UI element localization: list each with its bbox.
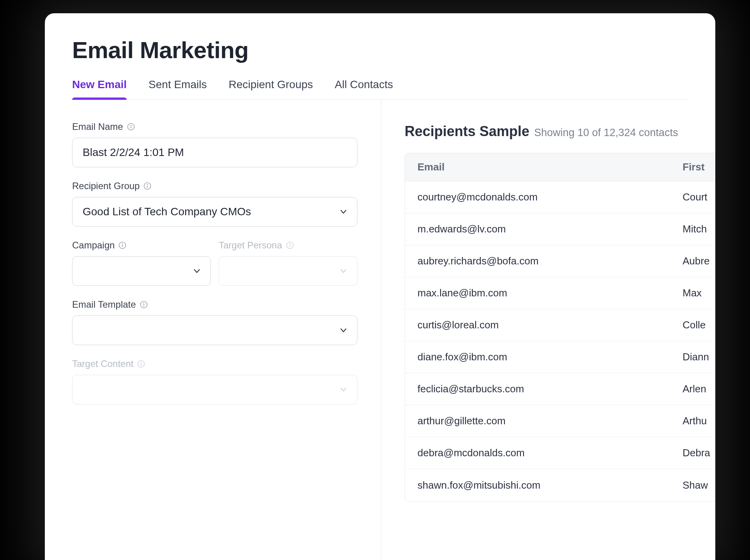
svg-point-4 bbox=[147, 184, 148, 185]
col-header-first[interactable]: First bbox=[670, 161, 715, 173]
recipient-group-label: Recipient Group bbox=[72, 181, 140, 191]
recipients-title: Recipients Sample bbox=[405, 123, 529, 140]
svg-rect-14 bbox=[143, 304, 144, 307]
field-campaign: Campaign bbox=[72, 240, 211, 286]
cell-first: Max bbox=[670, 287, 715, 299]
table-row[interactable]: max.lane@ibm.com Max bbox=[405, 277, 715, 309]
cell-email: diane.fox@ibm.com bbox=[405, 351, 670, 363]
svg-rect-8 bbox=[122, 245, 123, 247]
svg-point-1 bbox=[131, 125, 131, 126]
table-header: Email First bbox=[405, 153, 715, 181]
chevron-down-icon bbox=[339, 207, 348, 216]
target-content-select bbox=[72, 375, 357, 404]
recipients-table: Email First courtney@mcdonalds.com Court… bbox=[405, 153, 715, 502]
svg-rect-17 bbox=[141, 363, 142, 366]
tab-recipient-groups[interactable]: Recipient Groups bbox=[228, 78, 313, 99]
cell-first: Shaw bbox=[670, 479, 715, 491]
tab-all-contacts[interactable]: All Contacts bbox=[335, 78, 393, 99]
email-template-label: Email Template bbox=[72, 299, 136, 310]
table-row[interactable]: m.edwards@lv.com Mitch bbox=[405, 213, 715, 245]
svg-rect-2 bbox=[131, 126, 131, 129]
recipients-pane: Recipients Sample Showing 10 of 12,324 c… bbox=[381, 100, 715, 560]
table-row[interactable]: aubrey.richards@bofa.com Aubre bbox=[405, 245, 715, 277]
info-icon[interactable] bbox=[140, 301, 148, 308]
tabs: New Email Sent Emails Recipient Groups A… bbox=[72, 78, 688, 100]
table-row[interactable]: diane.fox@ibm.com Diann bbox=[405, 341, 715, 373]
cell-first: Court bbox=[670, 191, 715, 203]
cell-first: Arthu bbox=[670, 415, 715, 427]
svg-rect-11 bbox=[290, 245, 290, 247]
cell-first: Arlen bbox=[670, 383, 715, 395]
svg-point-13 bbox=[143, 303, 144, 303]
cell-email: courtney@mcdonalds.com bbox=[405, 191, 670, 203]
table-row[interactable]: courtney@mcdonalds.com Court bbox=[405, 181, 715, 213]
info-icon bbox=[137, 360, 145, 368]
svg-point-10 bbox=[290, 243, 290, 244]
tab-sent-emails[interactable]: Sent Emails bbox=[149, 78, 207, 99]
field-target-persona: Target Persona bbox=[219, 240, 357, 286]
form-pane: Email Name Recipient Group bbox=[72, 100, 381, 560]
chevron-down-icon bbox=[339, 326, 348, 335]
col-header-email[interactable]: Email bbox=[405, 161, 670, 173]
field-email-name: Email Name bbox=[72, 121, 357, 167]
field-target-content: Target Content bbox=[72, 358, 357, 404]
field-recipient-group: Recipient Group Good List of Tech Compan… bbox=[72, 181, 357, 227]
email-template-select[interactable] bbox=[72, 315, 357, 345]
cell-first: Aubre bbox=[670, 255, 715, 267]
table-row[interactable]: arthur@gillette.com Arthu bbox=[405, 405, 715, 437]
svg-rect-5 bbox=[147, 186, 148, 188]
cell-first: Debra bbox=[670, 447, 715, 459]
svg-point-7 bbox=[122, 243, 123, 244]
info-icon[interactable] bbox=[143, 182, 151, 190]
table-row[interactable]: debra@mcdonalds.com Debra bbox=[405, 437, 715, 469]
cell-email: feclicia@starbucks.com bbox=[405, 383, 670, 395]
target-persona-select bbox=[219, 256, 357, 286]
svg-point-16 bbox=[141, 362, 142, 363]
cell-email: aubrey.richards@bofa.com bbox=[405, 255, 670, 267]
info-icon[interactable] bbox=[127, 123, 135, 131]
info-icon[interactable] bbox=[119, 241, 126, 249]
campaign-select[interactable] bbox=[72, 256, 211, 286]
app-window: Email Marketing New Email Sent Emails Re… bbox=[45, 13, 715, 560]
cell-email: arthur@gillette.com bbox=[405, 415, 670, 427]
chevron-down-icon bbox=[193, 267, 201, 275]
cell-email: debra@mcdonalds.com bbox=[405, 447, 670, 459]
target-persona-label: Target Persona bbox=[219, 240, 282, 251]
tab-new-email[interactable]: New Email bbox=[72, 78, 127, 99]
recipients-subtitle: Showing 10 of 12,324 contacts bbox=[534, 127, 678, 139]
email-name-input[interactable] bbox=[72, 138, 357, 167]
field-email-template: Email Template bbox=[72, 299, 357, 345]
cell-email: shawn.fox@mitsubishi.com bbox=[405, 479, 670, 491]
cell-email: curtis@loreal.com bbox=[405, 319, 670, 331]
table-row[interactable]: shawn.fox@mitsubishi.com Shaw bbox=[405, 469, 715, 501]
cell-email: max.lane@ibm.com bbox=[405, 287, 670, 299]
chevron-down-icon bbox=[339, 267, 348, 275]
recipient-group-select[interactable]: Good List of Tech Company CMOs bbox=[72, 197, 357, 227]
campaign-label: Campaign bbox=[72, 240, 115, 251]
recipient-group-value: Good List of Tech Company CMOs bbox=[83, 206, 251, 218]
email-name-label: Email Name bbox=[72, 121, 123, 132]
table-row[interactable]: feclicia@starbucks.com Arlen bbox=[405, 373, 715, 405]
cell-first: Diann bbox=[670, 351, 715, 363]
table-row[interactable]: curtis@loreal.com Colle bbox=[405, 309, 715, 341]
chevron-down-icon bbox=[339, 385, 348, 394]
cell-email: m.edwards@lv.com bbox=[405, 223, 670, 235]
cell-first: Mitch bbox=[670, 223, 715, 235]
target-content-label: Target Content bbox=[72, 358, 133, 369]
page-title: Email Marketing bbox=[72, 37, 688, 64]
info-icon bbox=[286, 241, 294, 249]
cell-first: Colle bbox=[670, 319, 715, 331]
